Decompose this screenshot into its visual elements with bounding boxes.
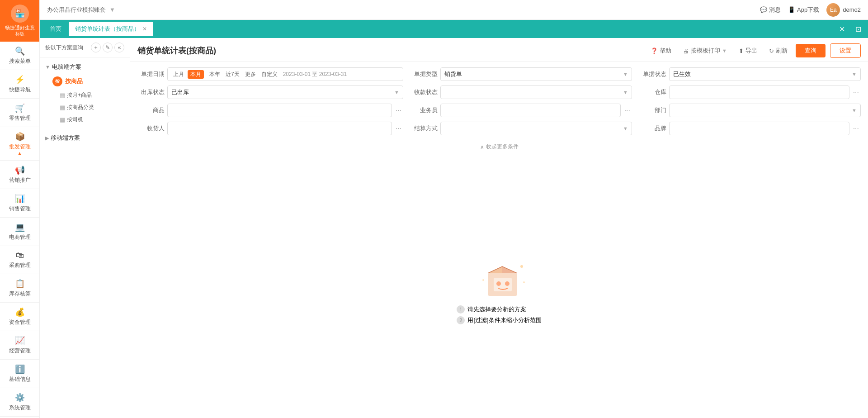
help-icon: ❓ xyxy=(651,48,658,54)
dept-select[interactable]: ▼ xyxy=(669,104,861,117)
operation-icon: 📈 xyxy=(15,336,25,346)
tab-home[interactable]: 首页 xyxy=(43,22,68,36)
tree-child-by-product-category[interactable]: ▦ 按商品分类 xyxy=(40,101,130,114)
out-status-select[interactable]: 已出库 ▼ xyxy=(167,86,403,99)
sub-icon-2: ▦ xyxy=(60,104,65,111)
messages-label: 消息 xyxy=(769,6,781,14)
tree-child-by-cashier[interactable]: ▦ 按司机 xyxy=(40,114,130,126)
step-1-num: 1 xyxy=(457,305,465,314)
collapse-bar[interactable]: ∧ 收起更多条件 xyxy=(137,140,861,153)
sidebar-item-label: 零售管理 xyxy=(9,114,31,122)
date-label: 单据日期 xyxy=(137,70,165,78)
sidebar-item-wholesale[interactable]: 📦 批发管理 ▲ xyxy=(0,127,39,161)
sidebar-item-label: 批发管理 xyxy=(9,143,31,151)
tree-desktop-label: 电脑端方案 xyxy=(52,63,81,71)
doc-status-select[interactable]: 已生效 ▼ xyxy=(669,67,861,81)
tab-sales-stats[interactable]: 销货单统计表（按商品） ✕ xyxy=(69,22,153,36)
date-current-month[interactable]: 本月 xyxy=(188,70,204,79)
sidebar-item-label: 销售管理 xyxy=(9,205,31,213)
tree-desktop-parent[interactable]: ▼ 电脑端方案 xyxy=(40,60,130,74)
brand-input[interactable] xyxy=(669,122,849,135)
product-input[interactable] xyxy=(167,104,392,117)
date-custom[interactable]: 自定义 xyxy=(259,70,279,79)
print-template-btn[interactable]: 🖨 按模板打印 ▼ xyxy=(679,45,731,57)
edit-scheme-btn[interactable]: ✎ xyxy=(103,43,113,52)
tab-sales-stats-label: 销货单统计表（按商品） xyxy=(75,25,140,33)
date-this-year[interactable]: 本年 xyxy=(208,70,222,79)
filter-row-4: 收货人 ··· 结算方式 ▼ 品牌 xyxy=(137,122,861,135)
collapse-panel-btn[interactable]: « xyxy=(114,43,124,52)
tab-close-window-btn[interactable]: ✕ xyxy=(835,23,848,35)
svg-point-6 xyxy=(523,281,525,283)
refresh-btn[interactable]: ↻ 刷新 xyxy=(765,45,791,57)
user-menu[interactable]: Ea demo2 xyxy=(826,3,861,17)
sub-icon-3: ▦ xyxy=(60,116,65,123)
sidebar-item-inventory[interactable]: 📋 库存核算 xyxy=(0,274,39,303)
tree-child-by-product[interactable]: 按 按商品 xyxy=(40,74,130,89)
product-dots-btn[interactable]: ··· xyxy=(394,106,403,114)
sidebar-item-sales[interactable]: 📊 销售管理 xyxy=(0,189,39,218)
sidebar-item-search[interactable]: 🔍 搜索菜单 xyxy=(0,42,39,70)
tab-close-btn[interactable]: ✕ xyxy=(142,26,147,32)
filter-row-1: 单据日期 上月 本月 本年 近7天 更多 自定义 2023-03-01 至 20… xyxy=(137,67,861,81)
sidebar-item-purchase[interactable]: 🛍 采购管理 xyxy=(0,246,39,274)
empty-state: 1 请先选择要分析的方案 2 用[过滤]条件来缩小分析范围 xyxy=(130,159,868,418)
sub-label-1: 按月+商品 xyxy=(67,91,92,99)
add-scheme-btn[interactable]: ＋ xyxy=(91,43,101,52)
print-label: 按模板打印 xyxy=(691,47,720,55)
tree-child-by-month-product[interactable]: ▦ 按月+商品 xyxy=(40,89,130,101)
username: demo2 xyxy=(843,6,861,13)
doc-type-select[interactable]: 销货单 ▼ xyxy=(440,67,632,81)
brand-dots-btn[interactable]: ··· xyxy=(851,124,861,133)
empty-step-1-text: 请先选择要分析的方案 xyxy=(467,305,526,314)
tree-section-desktop: ▼ 电脑端方案 按 按商品 ▦ 按月+商品 ▦ 按商品分类 ▦ 按司机 xyxy=(40,57,130,128)
sidebar-item-label: 营销推广 xyxy=(9,176,31,184)
page-actions: ❓ 帮助 🖨 按模板打印 ▼ ⬆ 导出 ↻ 刷新 xyxy=(647,43,861,58)
sidebar-item-finance[interactable]: 💰 资金管理 xyxy=(0,303,39,331)
settle-select[interactable]: ▼ xyxy=(440,122,632,135)
messages-btn[interactable]: 💬 消息 xyxy=(760,6,781,14)
warehouse-dots-btn[interactable]: ··· xyxy=(851,88,861,96)
export-btn[interactable]: ⬆ 导出 xyxy=(735,45,761,57)
date-last-month[interactable]: 上月 xyxy=(171,70,186,79)
out-status-label: 出库状态 xyxy=(137,88,165,96)
sidebar-item-operation[interactable]: 📈 经营管理 xyxy=(0,331,39,360)
receiver-dots-btn[interactable]: ··· xyxy=(394,124,403,133)
dropdown-arrow[interactable]: ▼ xyxy=(109,6,115,13)
warehouse-label: 仓库 xyxy=(639,88,666,96)
doc-type-arrow: ▼ xyxy=(623,71,628,77)
app-download-btn[interactable]: 📱 App下载 xyxy=(788,6,819,14)
sidebar-item-system[interactable]: ⚙️ 系统管理 xyxy=(0,388,39,417)
help-btn[interactable]: ❓ 帮助 xyxy=(647,45,675,57)
brand-label: 品牌 xyxy=(639,124,666,133)
query-btn[interactable]: 查询 xyxy=(796,44,826,57)
export-icon: ⬆ xyxy=(739,48,744,54)
tab-maximize-btn[interactable]: ⊡ xyxy=(852,23,864,35)
sidebar-item-label: 基础信息 xyxy=(9,375,31,383)
warehouse-input[interactable] xyxy=(669,86,849,99)
sidebar-item-quick[interactable]: ⚡ 快捷导航 xyxy=(0,70,39,99)
salesperson-input[interactable] xyxy=(440,104,621,117)
empty-steps: 1 请先选择要分析的方案 2 用[过滤]条件来缩小分析范围 xyxy=(457,305,541,324)
settings-btn[interactable]: 设置 xyxy=(830,43,861,58)
sidebar-item-marketing[interactable]: 📢 营销推广 xyxy=(0,161,39,189)
date-more[interactable]: 更多 xyxy=(243,70,258,79)
salesperson-dots-btn[interactable]: ··· xyxy=(623,106,632,114)
by-product-icon: 按 xyxy=(52,76,62,86)
sidebar-item-retail[interactable]: 🛒 零售管理 xyxy=(0,99,39,127)
tab-home-label: 首页 xyxy=(50,25,61,33)
empty-step-1: 1 请先选择要分析的方案 xyxy=(457,305,541,314)
receive-status-select[interactable]: ▼ xyxy=(440,86,632,99)
doc-type-label: 单据类型 xyxy=(410,70,438,78)
settle-label: 结算方式 xyxy=(410,124,438,133)
date-7days[interactable]: 近7天 xyxy=(224,70,241,79)
svg-point-5 xyxy=(482,279,484,281)
tree-mobile-parent[interactable]: ▶ 移动端方案 xyxy=(40,131,130,145)
tree-section-mobile: ▶ 移动端方案 xyxy=(40,128,130,147)
left-panel-header-actions: ＋ ✎ « xyxy=(91,43,124,52)
sidebar-item-basic[interactable]: ℹ️ 基础信息 xyxy=(0,360,39,388)
sidebar-item-label: 电商管理 xyxy=(9,233,31,241)
receiver-input[interactable] xyxy=(167,122,392,135)
tab-bar: 首页 销货单统计表（按商品） ✕ ✕ ⊡ xyxy=(40,20,868,38)
sidebar-item-ecommerce[interactable]: 💻 电商管理 xyxy=(0,218,39,246)
